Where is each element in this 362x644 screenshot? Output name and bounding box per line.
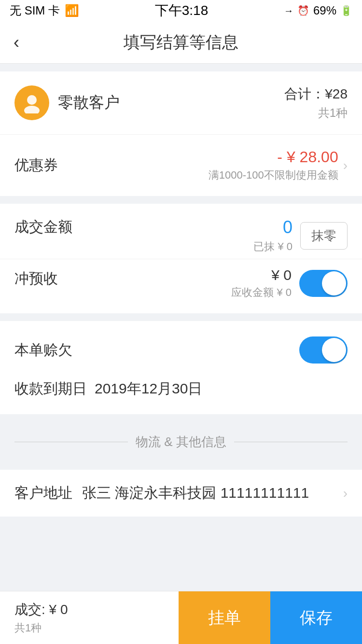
amount-row: 成交金额 0 已抹 ¥ 0 抹零 [0, 204, 362, 259]
alarm-icon: ⏰ [297, 5, 309, 16]
amount-number: 0 [253, 217, 292, 238]
coupon-amount: - ¥ 28.00 [209, 148, 338, 166]
deal-label: 成交: [14, 602, 45, 617]
location-icon: → [284, 5, 293, 16]
address-label: 客户地址 [14, 483, 72, 503]
battery-text: 69% [313, 4, 336, 17]
coupon-row[interactable]: 优惠券 - ¥ 28.00 满1000-100不限制使用金额 › [0, 134, 362, 196]
svg-point-0 [27, 95, 37, 105]
bottom-bar: 成交: ¥ 0 共1种 挂单 保存 [0, 591, 362, 644]
debt-toggle[interactable] [299, 336, 348, 364]
customer-name: 零散客户 [58, 92, 120, 113]
amount-section: 成交金额 0 已抹 ¥ 0 抹零 冲预收 ¥ 0 应收金额 ¥ 0 [0, 204, 362, 313]
logistics-divider: 物流 & 其他信息 [0, 422, 362, 462]
amount-value-wrap: 0 已抹 ¥ 0 [253, 217, 292, 254]
bottom-info: 成交: ¥ 0 共1种 [0, 591, 179, 644]
customer-total: 合计：¥28 共1种 [284, 85, 348, 121]
address-chevron-icon: › [343, 486, 348, 501]
total-amount: 合计：¥28 [284, 85, 348, 103]
amount-label: 成交金额 [14, 217, 72, 237]
prepay-toggle[interactable] [299, 270, 348, 297]
bottom-count: 共1种 [14, 621, 164, 635]
avatar [14, 85, 49, 120]
total-count: 共1种 [284, 105, 348, 121]
back-button[interactable]: ‹ [14, 32, 19, 53]
prepay-right: ¥ 0 应收金额 ¥ 0 [231, 267, 348, 300]
address-row[interactable]: 客户地址 张三 海淀永丰科技园 11111111111 › [0, 470, 362, 517]
status-right: → ⏰ 69% 🔋 [284, 4, 352, 17]
status-left: 无 SIM 卡 📶 [10, 3, 79, 18]
debt-section: 本单赊欠 收款到期日 2019年12月30日 [0, 321, 362, 414]
divider-line-right [234, 442, 348, 442]
carrier-text: 无 SIM 卡 [10, 3, 60, 18]
bottom-deal: 成交: ¥ 0 [14, 601, 164, 619]
due-date-label: 收款到期日 [14, 379, 87, 399]
amount-sub: 已抹 ¥ 0 [253, 239, 292, 254]
divider-line-left [14, 442, 128, 442]
due-date-value: 2019年12月30日 [95, 379, 202, 399]
save-button[interactable]: 保存 [270, 591, 362, 644]
deal-value: ¥ 0 [49, 602, 68, 617]
coupon-chevron-icon: › [343, 158, 348, 173]
toggle-knob [322, 271, 346, 295]
svg-point-1 [24, 106, 40, 113]
coupon-right: - ¥ 28.00 满1000-100不限制使用金额 › [209, 148, 348, 182]
prepay-row: 冲预收 ¥ 0 应收金额 ¥ 0 [0, 259, 362, 313]
wifi-icon: 📶 [65, 4, 79, 17]
customer-section: 零散客户 合计：¥28 共1种 优惠券 - ¥ 28.00 满1000-100不… [0, 71, 362, 196]
address-section: 客户地址 张三 海淀永丰科技园 11111111111 › [0, 470, 362, 517]
logistics-section: 物流 & 其他信息 [0, 422, 362, 462]
hang-button[interactable]: 挂单 [179, 591, 270, 644]
logistics-label: 物流 & 其他信息 [136, 434, 226, 450]
battery-icon: 🔋 [340, 5, 352, 16]
debt-toggle-knob [322, 338, 346, 362]
nav-bar: ‹ 填写结算等信息 [0, 21, 362, 64]
coupon-value: - ¥ 28.00 满1000-100不限制使用金额 [209, 148, 338, 182]
avatar-icon [21, 92, 42, 113]
coupon-desc: 满1000-100不限制使用金额 [209, 168, 338, 182]
customer-left: 零散客户 [14, 85, 120, 120]
round-button[interactable]: 抹零 [300, 222, 348, 250]
due-date-row: 收款到期日 2019年12月30日 [0, 379, 362, 414]
prepay-value-wrap: ¥ 0 应收金额 ¥ 0 [231, 267, 292, 300]
debt-label: 本单赊欠 [14, 340, 72, 360]
prepay-amount: ¥ 0 [231, 267, 292, 283]
status-bar: 无 SIM 卡 📶 下午3:18 → ⏰ 69% 🔋 [0, 0, 362, 21]
status-time: 下午3:18 [155, 1, 209, 20]
coupon-label: 优惠券 [14, 155, 58, 175]
prepay-sub: 应收金额 ¥ 0 [231, 285, 292, 300]
debt-row: 本单赊欠 [0, 321, 362, 379]
customer-row: 零散客户 合计：¥28 共1种 [0, 71, 362, 134]
address-value: 张三 海淀永丰科技园 11111111111 [82, 483, 343, 503]
amount-right: 0 已抹 ¥ 0 抹零 [253, 217, 348, 254]
page-title: 填写结算等信息 [124, 31, 238, 54]
prepay-label: 冲预收 [14, 267, 58, 289]
